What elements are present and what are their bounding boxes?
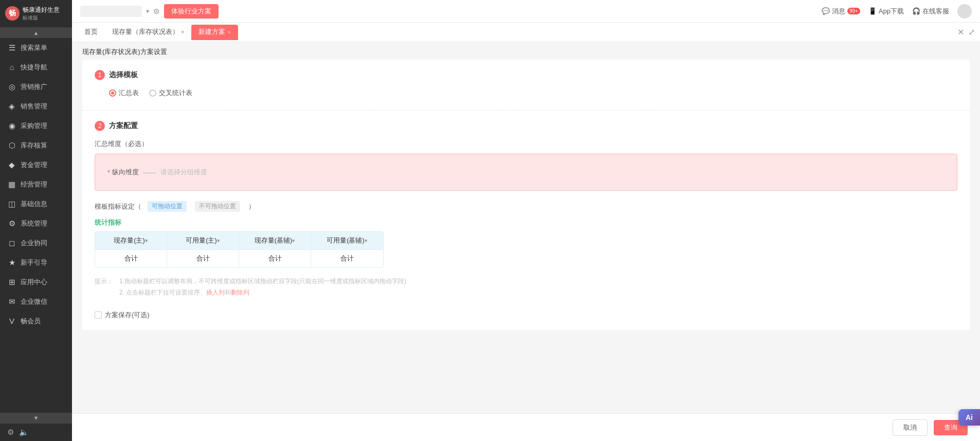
nav-icon-5: ⬡ [7,141,16,150]
online-service-group[interactable]: 🎧 在线客服 [912,7,949,16]
sidebar-logo: 畅 畅康通好生意 标准版 [0,0,72,28]
step1-block: 1 选择模板 汇总表 交叉统计表 [95,70,957,98]
col-dropdown-2[interactable]: ▾ [292,237,295,244]
nav-label-11: 新手引导 [21,258,47,267]
step2-block: 2 方案配置 汇总维度（必选） * 纵向维度 —— 请选择分组维度 模板指标设定… [95,121,957,298]
sidebar-item-1[interactable]: ⌂快捷导航 [0,58,72,77]
tab-home[interactable]: 首页 [77,23,105,42]
metrics-label-close: ） [248,202,255,211]
sidebar-item-13[interactable]: ✉企业微信 [0,292,72,311]
nav-icon-6: ◆ [7,160,16,170]
nav-icon-14: V [7,317,16,325]
nav-label-12: 应用中心 [21,278,47,287]
col-dropdown-0[interactable]: ▾ [145,237,148,244]
phone-icon: 📱 [868,7,877,15]
nav-label-14: 畅会员 [21,317,41,326]
sidebar-item-8[interactable]: ◫基础信息 [0,194,72,214]
tab-close-all-icon[interactable]: ✕ [957,27,964,37]
user-avatar[interactable] [957,4,972,19]
messages-group[interactable]: 💬 消息 99+ [822,7,860,16]
sidebar-item-10[interactable]: ◻企业协同 [0,233,72,253]
settings-icon[interactable]: ⚙ [7,428,14,437]
nav-label-1: 快捷导航 [21,63,47,72]
ai-fab-button[interactable]: Ai [958,409,980,426]
metrics-label-text: 模板指标设定（ [95,202,141,211]
stats-table-header: 现存量(主) ▾ 可用量(主) ▾ 现存量(基辅) ▾ [95,232,383,249]
col-header-3[interactable]: 可用量(基辅) ▾ [311,232,383,249]
app-sub: 标准版 [23,14,60,21]
sidebar-item-2[interactable]: ◎营销推广 [0,77,72,97]
sidebar-item-5[interactable]: ⬡库存核算 [0,136,72,155]
col-header-2[interactable]: 现存量(基辅) ▾ [239,232,311,249]
stats-section-label: 统计指标 [95,218,957,227]
app-download-label: App下载 [879,7,904,16]
radio-cross-table[interactable]: 交叉统计表 [149,88,192,98]
app-download-group[interactable]: 📱 App下载 [868,7,904,16]
sidebar-scroll-down[interactable]: ▼ [0,413,72,423]
tips-section: 提示： 1.拖动标题栏可以调整布局，不可跨维度或指标区域拖动栏目字段(只能在同一… [95,276,957,298]
sidebar-item-7[interactable]: ▦经营管理 [0,175,72,194]
sound-icon[interactable]: 🔈 [19,428,29,437]
col-header-1[interactable]: 可用量(主) ▾ [167,232,239,249]
col-dropdown-3[interactable]: ▾ [365,237,368,244]
sidebar-item-3[interactable]: ◈销售管理 [0,97,72,116]
tab-inventory-close[interactable]: × [181,29,184,35]
cell-0-0: 合计 [95,250,167,267]
topbar: ▾ ⚙ 体验行业方案 💬 消息 99+ 📱 App下载 🎧 在线客服 [72,0,980,23]
scheme-card: 1 选择模板 汇总表 交叉统计表 [82,60,970,330]
step2-num: 2 [95,121,105,131]
vertical-label: 纵向维度 [112,168,139,177]
sidebar-item-0[interactable]: ☰搜索菜单 [0,38,72,58]
non-draggable-tag: 不可拖动位置 [195,201,240,212]
sidebar-footer: ⚙ 🔈 [0,423,72,441]
page-breadcrumb: 现存量(库存状况表)方案设置 [72,42,980,60]
summary-dimension-label: 汇总维度（必选） [95,139,957,149]
sidebar-item-14[interactable]: V畅会员 [0,311,72,331]
col-header-0[interactable]: 现存量(主) ▾ [95,232,167,249]
nav-icon-12: ⊞ [7,278,16,287]
sidebar-scroll-up[interactable]: ▲ [0,28,72,38]
sidebar-item-9[interactable]: ⚙系统管理 [0,214,72,233]
bottom-bar: 取消 查询 [72,413,980,441]
sidebar-item-4[interactable]: ◉采购管理 [0,116,72,136]
search-input[interactable] [80,6,142,17]
tab-new-scheme-close[interactable]: × [227,29,230,35]
dimension-box[interactable]: * 纵向维度 —— 请选择分组维度 [95,154,957,191]
app-title: 畅康通好生意 [23,6,60,14]
nav-icon-7: ▦ [7,180,16,189]
nav-icon-1: ⌂ [7,63,16,71]
tab-new-scheme-label: 新建方案 [198,27,225,36]
cell-0-3: 合计 [311,250,383,267]
tab-home-label: 首页 [84,27,98,36]
topbar-dropdown-arrow[interactable]: ▾ [146,8,149,15]
logo-icon: 畅 [5,6,20,21]
online-service-label: 在线客服 [922,7,949,16]
nav-icon-13: ✉ [7,297,16,306]
tab-inventory[interactable]: 现存量（库存状况表） × [105,23,191,42]
cell-0-1: 合计 [167,250,239,267]
radio-summary-label: 汇总表 [119,88,139,98]
sidebar-item-12[interactable]: ⊞应用中心 [0,272,72,292]
topbar-gear-icon[interactable]: ⚙ [153,7,160,15]
content-area: 现存量(库存状况表)方案设置 1 选择模板 汇总表 交叉统计表 [72,42,980,413]
col-dropdown-1[interactable]: ▾ [217,237,220,244]
tabs-bar: 首页 现存量（库存状况表） × 新建方案 × ✕ ⤢ [72,23,980,42]
trial-button[interactable]: 体验行业方案 [164,4,219,19]
tab-inventory-label: 现存量（库存状况表） [112,27,179,36]
cancel-button[interactable]: 取消 [893,419,928,436]
tab-new-scheme[interactable]: 新建方案 × [191,25,238,40]
draggable-tag: 可拖动位置 [148,201,187,212]
save-checkbox[interactable] [95,311,102,319]
dimension-placeholder: 请选择分组维度 [160,168,207,177]
step1-num: 1 [95,70,105,80]
dimension-required-star: * [107,169,110,176]
radio-summary-table[interactable]: 汇总表 [109,88,139,98]
nav-icon-11: ★ [7,258,16,267]
nav-label-9: 系统管理 [21,219,47,228]
sidebar-item-11[interactable]: ★新手引导 [0,253,72,272]
nav-label-5: 库存核算 [21,141,47,150]
main-area: ▾ ⚙ 体验行业方案 💬 消息 99+ 📱 App下载 🎧 在线客服 首页 [72,0,980,441]
template-radio-group: 汇总表 交叉统计表 [109,88,957,98]
tab-expand-icon[interactable]: ⤢ [968,27,975,37]
sidebar-item-6[interactable]: ◆资金管理 [0,155,72,175]
